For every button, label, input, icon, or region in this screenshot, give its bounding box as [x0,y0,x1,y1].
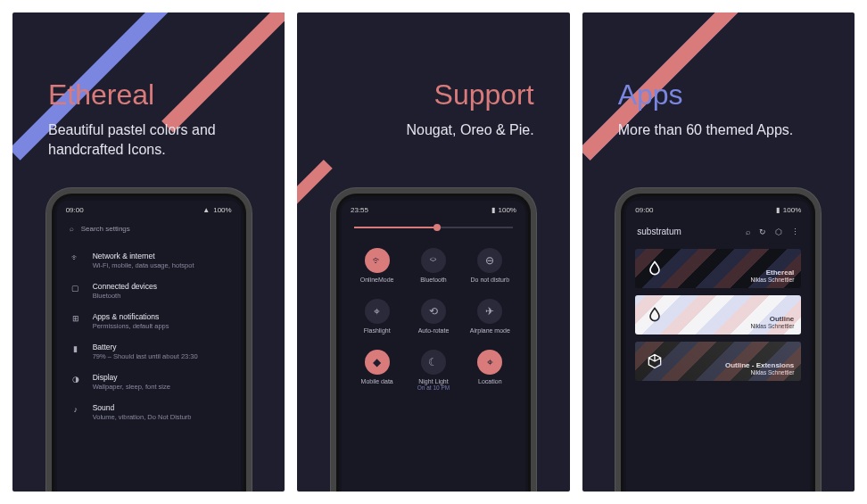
cube-icon [646,352,664,370]
overflow-icon[interactable]: ⋮ [791,227,799,236]
restore-icon[interactable]: ↻ [759,227,766,236]
qs-toggle[interactable]: ⊖Do not disturb [462,243,518,288]
brightness-slider[interactable] [354,227,513,228]
setting-row[interactable]: ᯤNetwork & internetWi-Fi, mobile, data u… [57,245,241,276]
setting-row[interactable]: ♪SoundVolume, vibration, Do Not Disturb [57,397,241,427]
display-icon: ◑ [70,373,82,384]
theme-card[interactable]: EtherealNiklas Schnettler [635,249,801,288]
panel-title: Apps [618,78,828,112]
phone-screen-quicksettings: 23:55 ▮ 100% ᯤOnlineMode ⌔Bluetooth ⊖Do … [342,201,525,492]
theme-card[interactable]: Outline - ExtensionsNiklas Schnettler [635,342,801,381]
panel-heading: Support Nougat, Oreo & Pie. [406,78,533,140]
app-header: substratum ⌕ ↻ ⬡ ⋮ [626,218,810,249]
slider-knob[interactable] [434,224,441,231]
qs-toggle[interactable]: ⌖Flashlight [349,293,405,339]
panel-subtitle: Beautiful pastel colors and handcrafted … [48,120,258,159]
search-icon[interactable]: ⌕ [746,227,750,236]
qs-grid: ᯤOnlineMode ⌔Bluetooth ⊖Do not disturb ⌖… [342,243,525,396]
setting-row[interactable]: ▢Connected devicesBluetooth [57,276,241,306]
shop-icon[interactable]: ⬡ [775,227,782,236]
sound-icon: ♪ [70,403,82,414]
nightlight-icon: ☾ [421,350,446,375]
setting-row[interactable]: ◑DisplayWallpaper, sleep, font size [57,367,241,397]
search-placeholder: Search settings [81,225,130,233]
search-row[interactable]: ⌕ Search settings [57,218,241,245]
battery-icon: ▮ [70,343,82,353]
status-time: 09:00 [66,206,84,214]
setting-row[interactable]: ▮Battery79% – Should last until about 23… [57,336,241,367]
theme-card[interactable]: OutlineNiklas Schnettler [635,295,801,335]
search-icon: ⌕ [70,225,74,233]
apps-icon: ⊞ [70,312,82,323]
panel-title: Support [406,78,533,112]
panel-heading: Ethereal Beautiful pastel colors and han… [48,78,258,159]
phone-frame: 23:55 ▮ 100% ᯤOnlineMode ⌔Bluetooth ⊖Do … [331,188,536,492]
status-bar: 09:00 ▲ 100% [57,201,241,218]
data-icon: ◆ [365,350,390,375]
devices-icon: ▢ [70,282,82,293]
qs-toggle[interactable]: ◆Mobile data [349,344,405,396]
status-right: ▮ 100% [491,206,516,214]
phone-frame: 09:00 ▲ 100% ⌕ Search settings ᯤNetwork … [46,188,252,492]
promo-panel-support: Support Nougat, Oreo & Pie. 23:55 ▮ 100%… [297,12,569,492]
qs-toggle[interactable]: ⟲Auto-rotate [405,293,461,339]
setting-row[interactable]: ⊞Apps & notificationsPermissions, defaul… [57,306,241,336]
status-bar: 23:55 ▮ 100% [342,201,525,218]
wifi-icon: ᯤ [70,252,82,262]
bluetooth-icon: ⌔ [421,248,446,273]
panel-heading: Apps More than 60 themed Apps. [618,78,828,140]
qs-toggle[interactable]: ⌖Location [462,344,518,396]
wifi-icon: ᯤ [365,248,390,273]
phone-screen-substratum: 09:00 ▮ 100% substratum ⌕ ↻ ⬡ ⋮ Ethereal… [626,201,810,492]
status-right: ▮ 100% [776,206,801,214]
promo-panel-apps: Apps More than 60 themed Apps. 09:00 ▮ 1… [582,12,855,492]
drop-icon [646,260,664,277]
qs-toggle[interactable]: ⌔Bluetooth [405,243,461,288]
status-bar: 09:00 ▮ 100% [626,201,810,218]
phone-screen-settings: 09:00 ▲ 100% ⌕ Search settings ᯤNetwork … [57,201,241,492]
panel-subtitle: More than 60 themed Apps. [618,120,828,140]
diagonal-stripe [297,160,333,343]
dnd-icon: ⊖ [477,248,502,273]
phone-frame: 09:00 ▮ 100% substratum ⌕ ↻ ⬡ ⋮ Ethereal… [615,188,821,492]
qs-toggle[interactable]: ☾Night LightOn at 10 PM [405,344,461,396]
flashlight-icon: ⌖ [365,299,390,324]
status-time: 23:55 [351,206,368,214]
airplane-icon: ✈ [477,299,502,324]
promo-panel-ethereal: Ethereal Beautiful pastel colors and han… [12,12,285,492]
panel-subtitle: Nougat, Oreo & Pie. [406,120,533,140]
app-title: substratum [637,227,681,236]
status-time: 09:00 [635,206,653,214]
qs-toggle[interactable]: ✈Airplane mode [462,293,518,339]
panel-title: Ethereal [48,78,258,112]
drop-icon [646,306,664,324]
status-right: ▲ 100% [202,206,231,214]
rotate-icon: ⟲ [421,299,446,324]
header-actions: ⌕ ↻ ⬡ ⋮ [746,227,799,236]
qs-toggle[interactable]: ᯤOnlineMode [349,243,405,288]
location-icon: ⌖ [477,350,502,375]
